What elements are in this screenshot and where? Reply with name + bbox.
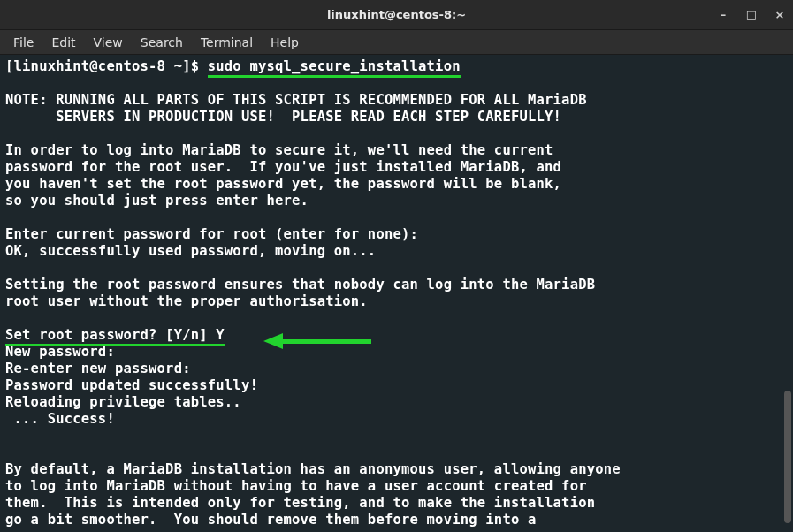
scrollbar-thumb[interactable] (784, 391, 791, 523)
out-line: Setting the root password ensures that n… (5, 277, 595, 293)
menu-view[interactable]: View (86, 33, 131, 52)
titlebar[interactable]: linuxhint@centos-8:~ – □ × (0, 0, 793, 30)
out-line: SERVERS IN PRODUCTION USE! PLEASE READ E… (5, 109, 561, 125)
out-line: so you should just press enter here. (5, 193, 309, 209)
out-line: password for the root user. If you've ju… (5, 159, 561, 175)
window-controls: – □ × (717, 8, 786, 21)
close-button[interactable]: × (774, 8, 786, 21)
minimize-button[interactable]: – (717, 8, 729, 21)
out-line: root user without the proper authorisati… (5, 293, 368, 309)
menubar: File Edit View Search Terminal Help (0, 30, 793, 55)
out-line: go a bit smoother. You should remove the… (5, 512, 537, 528)
out-line: you haven't set the root password yet, t… (5, 176, 561, 192)
prompt: [linuxhint@centos-8 ~]$ (5, 58, 208, 74)
maximize-button[interactable]: □ (745, 8, 758, 21)
out-line: Password updated successfully! (5, 377, 258, 393)
window-title: linuxhint@centos-8:~ (327, 8, 466, 21)
terminal-output[interactable]: [linuxhint@centos-8 ~]$ sudo mysql_secur… (0, 55, 793, 532)
out-line: Reloading privilege tables.. (5, 394, 241, 410)
menu-terminal[interactable]: Terminal (193, 33, 261, 52)
menu-file[interactable]: File (5, 33, 42, 52)
out-line: New password: (5, 344, 115, 360)
out-line: Re-enter new password: (5, 361, 191, 376)
out-line: OK, successfully used password, moving o… (5, 243, 376, 259)
arrow-head-icon (263, 333, 283, 349)
out-line: to log into MariaDB without having to ha… (5, 478, 587, 494)
menu-help[interactable]: Help (263, 33, 307, 52)
out-line: them. This is intended only for testing,… (5, 495, 595, 511)
menu-search[interactable]: Search (133, 33, 191, 52)
out-line: ... Success! (5, 411, 115, 427)
terminal-window: linuxhint@centos-8:~ – □ × File Edit Vie… (0, 0, 793, 532)
command-text: sudo mysql_secure_installation (208, 58, 461, 78)
out-line: In order to log into MariaDB to secure i… (5, 142, 553, 158)
annotation-arrow (263, 333, 371, 349)
out-line: Enter current password for root (enter f… (5, 226, 418, 242)
out-line: By default, a MariaDB installation has a… (5, 461, 621, 477)
arrow-shaft (283, 339, 371, 344)
out-line: NOTE: RUNNING ALL PARTS OF THIS SCRIPT I… (5, 92, 587, 108)
menu-edit[interactable]: Edit (43, 33, 83, 52)
